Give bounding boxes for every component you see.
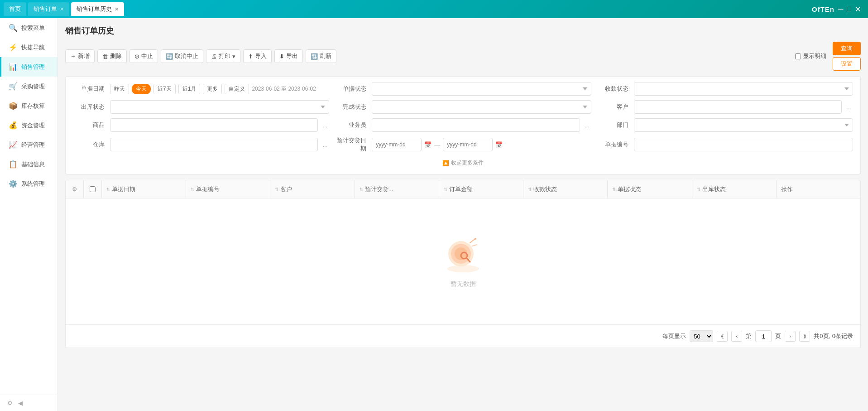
tab-sales-order[interactable]: 销售订单 ✕ — [28, 2, 69, 16]
tab-sales-order-close[interactable]: ✕ — [60, 6, 64, 12]
last-page-btn[interactable]: ⟫ — [799, 331, 810, 342]
salesperson-ellipsis[interactable]: ... — [583, 122, 591, 129]
dept-filter-label: 部门 — [597, 121, 628, 129]
th-payment-status[interactable]: ⇅ 收款状态 — [523, 180, 608, 198]
sidebar-item-basic-info[interactable]: 📋 基础信息 — [0, 155, 58, 174]
warehouse-input[interactable] — [110, 138, 318, 151]
page-input[interactable]: 1 — [755, 330, 772, 342]
customer-input[interactable] — [634, 100, 842, 114]
first-page-btn[interactable]: ⟪ — [717, 331, 728, 342]
th-customer[interactable]: ⇅ 客户 — [270, 180, 355, 198]
show-details-checkbox[interactable] — [795, 53, 801, 59]
svg-point-7 — [475, 238, 476, 240]
refresh-button[interactable]: 🔃 刷新 — [306, 49, 336, 63]
window-maximize-icon[interactable]: □ — [847, 5, 851, 13]
payment-status-label: 收款状态 — [597, 85, 628, 93]
next-page-btn[interactable]: › — [785, 331, 796, 342]
page-title: 销售订单历史 — [65, 25, 861, 36]
product-input[interactable] — [110, 118, 318, 132]
date-btn-custom[interactable]: 自定义 — [225, 84, 249, 94]
total-label: 共0页, 0条记录 — [814, 332, 853, 340]
collapse-up-icon: 🔼 — [442, 160, 449, 166]
brand-text: OfTEn — [812, 5, 834, 13]
sidebar-item-search-menu[interactable]: 🔍 搜索菜单 — [0, 18, 58, 38]
customer-ellipsis[interactable]: ... — [844, 104, 853, 111]
sidebar-item-sales-mgmt[interactable]: 📊 销售管理 — [0, 57, 58, 77]
empty-text: 暂无数据 — [451, 280, 476, 288]
window-close-icon[interactable]: ✕ — [855, 5, 861, 14]
collapse-filter-btn[interactable]: 🔼 收起更多条件 — [73, 157, 853, 169]
print-button[interactable]: 🖨 打印 ▾ — [206, 49, 240, 63]
warehouse-status-select[interactable] — [110, 100, 329, 114]
complete-status-select[interactable] — [372, 100, 591, 114]
bill-no-input[interactable] — [634, 138, 853, 151]
sidebar-item-system-mgmt[interactable]: ⚙️ 系统管理 — [0, 174, 58, 193]
warehouse-ellipsis[interactable]: ... — [321, 141, 329, 148]
add-button[interactable]: ＋ 新增 — [65, 49, 95, 63]
th-delivery-date-label: 预计交货... — [365, 185, 393, 193]
delivery-date-to[interactable] — [443, 138, 493, 151]
sidebar-item-inventory[interactable]: 📦 库存核算 — [0, 96, 58, 116]
th-warehouse-sort-icon: ⇅ — [697, 187, 700, 192]
query-button[interactable]: 查询 — [833, 42, 861, 55]
date-btn-today[interactable]: 今天 — [132, 84, 151, 94]
payment-status-select[interactable] — [634, 82, 853, 96]
table-settings-btn[interactable]: ⚙ — [66, 180, 84, 198]
tab-home[interactable]: 首页 — [4, 2, 26, 16]
salesperson-input[interactable] — [372, 118, 580, 132]
per-page-select[interactable]: 20 50 100 — [690, 330, 713, 342]
cancel-stop-button[interactable]: 🔄 取消中止 — [161, 49, 203, 63]
cancel-stop-label: 取消中止 — [175, 52, 198, 60]
import-button[interactable]: ⬆ 导入 — [243, 49, 272, 63]
prev-page-btn[interactable]: ‹ — [731, 331, 742, 342]
th-bill-status[interactable]: ⇅ 单据状态 — [608, 180, 692, 198]
th-bill-no[interactable]: ⇅ 单据编号 — [186, 180, 270, 198]
th-bill-no-label: 单据编号 — [196, 185, 220, 193]
th-delivery-date[interactable]: ⇅ 预计交货... — [355, 180, 439, 198]
tab-bar: 首页 销售订单 ✕ 销售订单历史 ✕ — [4, 2, 810, 16]
cancel-stop-icon: 🔄 — [166, 53, 173, 60]
sidebar-item-system-mgmt-label: 系统管理 — [21, 180, 45, 188]
setting-button[interactable]: 设置 — [833, 57, 861, 71]
calendar-from-icon[interactable]: 📅 — [424, 141, 432, 148]
search-menu-icon: 🔍 — [9, 24, 18, 32]
toolbar: ＋ 新增 🗑 删除 ⊘ 中止 🔄 取消中止 🖨 打印 ▾ ⬆ — [65, 42, 861, 71]
th-operation-label: 操作 — [781, 185, 793, 193]
tab-sales-history[interactable]: 销售订单历史 ✕ — [71, 2, 124, 16]
dept-select[interactable] — [634, 118, 853, 132]
th-bill-date[interactable]: ⇅ 单据日期 — [102, 180, 186, 198]
th-order-amount-label: 订单金额 — [449, 185, 473, 193]
select-all-checkbox[interactable] — [90, 186, 96, 192]
stop-button[interactable]: ⊘ 中止 — [129, 49, 158, 63]
bill-no-label: 单据编号 — [597, 140, 628, 149]
window-minimize-icon[interactable]: ─ — [838, 5, 843, 13]
th-warehouse-status[interactable]: ⇅ 出库状态 — [692, 180, 777, 198]
salesperson-filter-label: 业务员 — [335, 121, 366, 129]
product-ellipsis[interactable]: ... — [321, 122, 329, 129]
sidebar-item-quick-nav[interactable]: ⚡ 快捷导航 — [0, 38, 58, 57]
delete-button[interactable]: 🗑 删除 — [97, 49, 127, 63]
tab-sales-history-close[interactable]: ✕ — [115, 6, 119, 12]
sidebar-settings-icon[interactable]: ⚙ — [7, 400, 13, 406]
date-btn-more[interactable]: 更多 — [203, 84, 222, 94]
table-select-all[interactable] — [84, 180, 102, 198]
sidebar-item-finance[interactable]: 💰 资金管理 — [0, 116, 58, 135]
show-details-checkbox-label[interactable]: 显示明细 — [795, 52, 826, 60]
sidebar-item-ops-mgmt[interactable]: 📈 经营管理 — [0, 135, 58, 155]
sidebar-collapse-icon[interactable]: ◀ — [18, 400, 23, 406]
delivery-date-from[interactable] — [372, 138, 422, 151]
date-btn-last1m[interactable]: 近1月 — [178, 84, 201, 94]
export-button[interactable]: ⬇ 导出 — [274, 49, 303, 63]
date-btn-yesterday[interactable]: 昨天 — [110, 84, 129, 94]
page-word: 第 — [746, 332, 752, 340]
layout: 🔍 搜索菜单 ⚡ 快捷导航 📊 销售管理 🛒 采购管理 📦 库存核算 💰 资金管… — [0, 18, 868, 411]
date-btn-last7[interactable]: 近7天 — [153, 84, 176, 94]
sidebar-item-purchase-mgmt[interactable]: 🛒 采购管理 — [0, 77, 58, 96]
th-order-amount[interactable]: ⇅ 订单金额 — [439, 180, 523, 198]
bill-status-select[interactable] — [372, 82, 591, 96]
collapse-label: 收起更多条件 — [451, 159, 484, 167]
date-separator: — — [434, 141, 440, 148]
calendar-to-icon[interactable]: 📅 — [495, 141, 503, 148]
bill-no-control — [634, 138, 853, 151]
stop-icon: ⊘ — [134, 53, 139, 60]
